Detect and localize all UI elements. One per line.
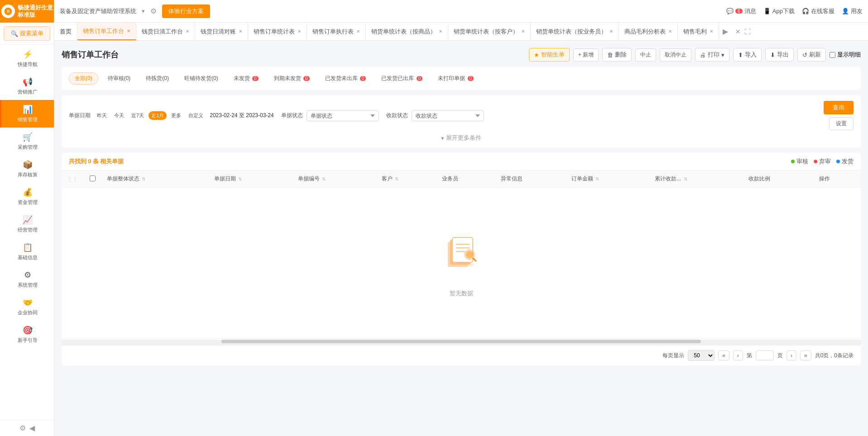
online-service-button[interactable]: 🎧 在线客服 xyxy=(802,7,834,15)
review-action-button[interactable]: 审核 xyxy=(791,157,808,166)
col-number[interactable]: 单据编号 ⇅ xyxy=(293,171,376,188)
sidebar-item-basic[interactable]: 📋 基础信息 xyxy=(0,238,54,265)
tab-sales-profit[interactable]: 销售毛利 ✕ xyxy=(678,23,719,40)
expand-conditions-button[interactable]: ▾ 展开更多条件 xyxy=(441,134,481,142)
tab-sales-stats-staff[interactable]: 销货单统计表（按业务员） ✕ xyxy=(531,23,619,40)
select-all-checkbox[interactable] xyxy=(90,175,96,181)
tab-maximize-button[interactable]: ⛶ xyxy=(743,27,752,36)
date-btn-more[interactable]: 更多 xyxy=(168,111,184,120)
purchase-icon: 🛒 xyxy=(23,132,33,142)
date-btn-1month[interactable]: 近1月 xyxy=(149,111,167,120)
search-menu-button[interactable]: 🔍 搜索菜单 xyxy=(4,26,50,41)
filter-tab-not-shipped[interactable]: 未发货 0 xyxy=(228,72,264,85)
tab-close-sales-order[interactable]: ✕ xyxy=(127,28,130,33)
sidebar-item-inventory[interactable]: 📦 库存核算 xyxy=(0,155,54,183)
date-btn-7days[interactable]: 近7天 xyxy=(129,111,147,120)
sidebar-item-finance[interactable]: 💰 资金管理 xyxy=(0,183,54,210)
message-button[interactable]: 💬 6 消息 xyxy=(726,7,756,15)
prev-page-button[interactable]: ‹ xyxy=(733,351,743,360)
tab-sales-order-workspace[interactable]: 销售订单工作台 ✕ xyxy=(77,23,136,40)
filter-tab-shipped-not-out[interactable]: 已发货未出库 0 xyxy=(319,72,372,85)
smart-order-button[interactable]: ★ 智能生单 xyxy=(529,48,570,62)
tab-close-all-button[interactable]: ✕ xyxy=(734,27,742,36)
tab-close-profit[interactable]: ✕ xyxy=(710,29,713,34)
show-detail-label[interactable]: 显示明细 xyxy=(830,51,861,59)
tab-close-stats-staff[interactable]: ✕ xyxy=(609,29,613,34)
sidebar-bottom: ⚙ ◀ xyxy=(0,420,54,436)
query-button[interactable]: 查询 xyxy=(824,101,854,114)
sidebar-item-quicknav[interactable]: ⚡ 快捷导航 xyxy=(0,45,54,72)
sidebar-item-system[interactable]: ⚙ 系统管理 xyxy=(0,265,54,293)
date-btn-yesterday[interactable]: 昨天 xyxy=(94,111,110,120)
suspend-button[interactable]: 中止 xyxy=(635,48,656,62)
last-page-button[interactable]: » xyxy=(800,351,811,360)
tab-product-margin[interactable]: 商品毛利分析表 ✕ xyxy=(619,23,678,40)
filter-tab-all[interactable]: 全部(0) xyxy=(69,72,98,85)
date-btn-custom[interactable]: 自定义 xyxy=(186,111,206,120)
sidebar-item-marketing[interactable]: 📢 营销推广 xyxy=(0,72,54,100)
ship-action-button[interactable]: 发货 xyxy=(836,157,854,166)
chevron-down-icon[interactable]: ▾ xyxy=(142,8,145,14)
print-button[interactable]: 🖨 打印 ▾ xyxy=(695,48,729,62)
sidebar-item-operations[interactable]: 📈 经营管理 xyxy=(0,210,54,238)
filter-tab-wangpu[interactable]: 旺铺待发货(0) xyxy=(178,72,224,85)
sidebar-settings-button[interactable]: ⚙ xyxy=(19,424,26,432)
tab-close-margin[interactable]: ✕ xyxy=(668,29,672,34)
date-btn-today[interactable]: 今天 xyxy=(111,111,127,120)
receipt-label: 收款状态 xyxy=(386,112,408,119)
sidebar-item-purchase[interactable]: 🛒 采购管理 xyxy=(0,128,54,155)
current-page-input[interactable]: 1 xyxy=(756,351,774,360)
settings-icon[interactable]: ⚙ xyxy=(150,7,157,15)
filter-tab-pending-inspect[interactable]: 待拣货(0) xyxy=(140,72,175,85)
col-date[interactable]: 单据日期 ⇅ xyxy=(209,171,293,188)
per-page-select[interactable]: 10 20 50 100 xyxy=(688,350,715,361)
tab-sales-order-stats[interactable]: 销售订单统计表 ✕ xyxy=(248,23,307,40)
tab-home[interactable]: 首页 xyxy=(54,23,77,40)
col-collected[interactable]: 累计收款... ⇅ xyxy=(649,171,743,188)
tab-cash-goods-reconcile[interactable]: 钱货日清对账 ✕ xyxy=(195,23,248,40)
delete-button[interactable]: 🗑 删除 xyxy=(602,48,632,62)
tab-more-button[interactable]: ▶ xyxy=(719,23,732,40)
export-button[interactable]: ⬇ 导出 xyxy=(765,48,794,62)
filter-tab-pending-review[interactable]: 待审核(0) xyxy=(102,72,137,85)
tab-cash-daily-workspace[interactable]: 钱货日清工作台 ✕ xyxy=(136,23,195,40)
sidebar-item-newbie[interactable]: 🎯 新手引导 xyxy=(0,321,54,348)
user-button[interactable]: 👤 用友 xyxy=(842,7,863,15)
app-download-button[interactable]: 📱 App下载 xyxy=(763,7,795,15)
col-status[interactable]: 单据整体状态 ⇅ xyxy=(101,171,209,188)
refresh-button[interactable]: ↺ 刷新 xyxy=(797,48,826,62)
tab-close-order-exec[interactable]: ✕ xyxy=(356,29,360,34)
setting-button[interactable]: 设置 xyxy=(829,117,854,130)
tab-close-cash-daily[interactable]: ✕ xyxy=(186,29,189,34)
cancel-suspend-button[interactable]: 取消中止 xyxy=(660,48,691,62)
print-chevron-icon: ▾ xyxy=(721,52,724,58)
sidebar-item-enterprise[interactable]: 🤝 企业协同 xyxy=(0,293,54,321)
filter-tab-shipped-out[interactable]: 已发货已出库 0 xyxy=(375,72,428,85)
tab-sales-order-exec[interactable]: 销售订单执行表 ✕ xyxy=(307,23,366,40)
filter-tab-expired-not-shipped[interactable]: 到期未发货 0 xyxy=(268,72,316,85)
show-detail-checkbox[interactable] xyxy=(830,52,835,58)
checkbox-col-header[interactable] xyxy=(83,171,101,188)
tab-sales-stats-customer[interactable]: 销货单统计表（按客户） ✕ xyxy=(448,23,531,40)
tab-sales-stats-product[interactable]: 销货单统计表（按商品） ✕ xyxy=(366,23,448,40)
scroll-thumb[interactable] xyxy=(221,340,701,343)
first-page-button[interactable]: « xyxy=(718,351,729,360)
experience-button[interactable]: 体验行业方案 xyxy=(162,5,210,18)
tab-close-reconcile[interactable]: ✕ xyxy=(239,29,242,34)
filter-tab-not-printed[interactable]: 未打印单据 0 xyxy=(432,72,480,85)
sidebar-item-sales[interactable]: 📊 销售管理 xyxy=(0,100,54,128)
cancel-review-action-button[interactable]: 弃审 xyxy=(814,157,831,166)
tab-close-stats-product[interactable]: ✕ xyxy=(439,29,442,34)
tab-close-order-stats[interactable]: ✕ xyxy=(297,29,301,34)
col-customer[interactable]: 客户 ⇅ xyxy=(376,171,436,188)
tab-close-stats-customer[interactable]: ✕ xyxy=(521,29,525,34)
sidebar-collapse-button[interactable]: ◀ xyxy=(29,424,35,432)
next-page-button[interactable]: › xyxy=(786,351,796,360)
import-button[interactable]: ⬆ 导入 xyxy=(733,48,762,62)
col-amount[interactable]: 订单金额 ⇅ xyxy=(566,171,650,188)
horizontal-scrollbar[interactable] xyxy=(62,340,861,345)
receipt-select[interactable]: 收款状态 xyxy=(412,110,484,121)
page-title: 销售订单工作台 xyxy=(62,49,119,60)
new-button[interactable]: + 新增 xyxy=(573,48,599,62)
status-select[interactable]: 单据状态 xyxy=(307,110,379,121)
